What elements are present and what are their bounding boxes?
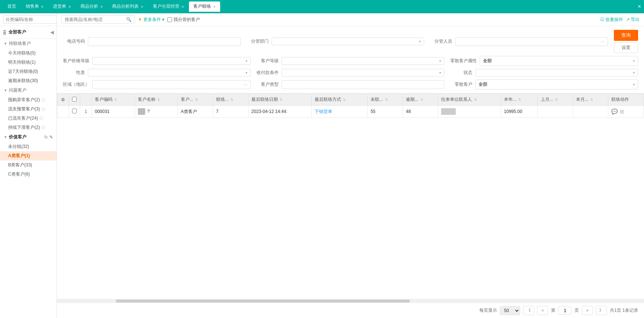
- sidebar-all-customers-header[interactable]: ⣿ 全部客户 ◀: [0, 26, 57, 39]
- export-btn[interactable]: ↗ 导出: [626, 17, 640, 23]
- col-settings[interactable]: ⚙: [57, 94, 69, 106]
- customer-grade-select[interactable]: ▾: [282, 57, 444, 65]
- col-contact-header[interactable]: 联络... ⇅: [213, 94, 248, 106]
- scrollbar-thumb[interactable]: [116, 300, 410, 303]
- col-company-contact-header[interactable]: 往来单位联系人 ⇅: [438, 94, 501, 106]
- customer-grade-label: 客户等级: [257, 58, 279, 64]
- tab-sales[interactable]: 销售单 ×: [21, 1, 48, 12]
- sidebar-item-hoarding[interactable]: 囤购异常客户(2) ⓘ: [0, 95, 57, 105]
- collapse-sidebar-icon[interactable]: ◀: [50, 30, 54, 35]
- search-input[interactable]: [65, 17, 126, 22]
- col-last-month-header[interactable]: 上月... ⇅: [537, 94, 573, 106]
- hoarding-label: 囤购异常客户(2): [8, 97, 40, 103]
- dept-select[interactable]: ▾: [272, 38, 425, 45]
- edit-icon[interactable]: ✎: [49, 135, 53, 140]
- row-name-cell: ？: [135, 106, 178, 118]
- chat-icon[interactable]: 💬: [611, 109, 618, 114]
- tab-home[interactable]: 首页: [3, 1, 21, 12]
- sidebar-item-7days[interactable]: 近7天待联络(0): [0, 67, 57, 76]
- sidebar-group-problem[interactable]: ▼ 问题客户: [0, 85, 57, 95]
- value-group-icons: ↻ ✎: [44, 135, 53, 140]
- sort-overdue-icon: ⇅: [421, 98, 423, 102]
- sidebar-item-ungroup[interactable]: 未分组(32): [0, 142, 57, 151]
- close-goods-analysis-tab[interactable]: ×: [100, 4, 103, 9]
- sidebar-item-a-class[interactable]: A类客户(1): [0, 151, 57, 160]
- page-number-input[interactable]: [558, 307, 572, 315]
- nature-select[interactable]: ▾: [88, 69, 251, 77]
- name-avatar: [138, 108, 145, 115]
- sidebar-item-churn-warning[interactable]: 流失预警客户(3) ⓘ: [0, 105, 57, 114]
- close-customer-segment-tab[interactable]: ×: [182, 4, 184, 9]
- col-overdue-header[interactable]: 逾期... ⇅: [403, 94, 438, 106]
- search-icon[interactable]: 🔍: [126, 17, 132, 22]
- horizontal-scrollbar[interactable]: [57, 299, 644, 303]
- refresh-icon[interactable]: ↻: [44, 135, 48, 140]
- sort-this-year-icon: ⇅: [518, 98, 521, 102]
- query-btn[interactable]: 查询: [614, 30, 638, 41]
- col-no-contact-header[interactable]: 未联... ⇅: [368, 94, 403, 106]
- batch-op-btn[interactable]: ☑ 批量操作: [600, 17, 623, 23]
- row-last-way-link[interactable]: 下销货单: [315, 109, 332, 114]
- close-goods-list-tab[interactable]: ×: [141, 4, 143, 9]
- close-purchase-tab[interactable]: ×: [68, 4, 71, 9]
- close-all-tabs[interactable]: ×: [638, 3, 641, 10]
- sidebar-item-churned[interactable]: 已流失客户(24) ⓘ: [0, 114, 57, 123]
- tab-customer-contact[interactable]: 客户联络 ×: [189, 1, 220, 12]
- first-page-btn[interactable]: 《: [523, 306, 534, 315]
- col-overdue-label: 逾期...: [406, 97, 418, 102]
- churned-label: 已流失客户(24): [8, 115, 38, 121]
- sidebar-group-pending[interactable]: ▼ 待联络客户: [0, 39, 57, 49]
- more-conditions-btn[interactable]: ▼ 更多条件 ▾: [138, 17, 164, 23]
- sidebar-item-c-class[interactable]: C类客户(6): [0, 170, 57, 179]
- advanced-filter: 电话号码 分管部门 ▾ 分管人员 ···: [57, 26, 644, 93]
- grid-icon: ⣿: [3, 30, 6, 35]
- sidebar-search-input[interactable]: [3, 15, 57, 24]
- phone-input[interactable]: [88, 37, 241, 46]
- col-this-month-header[interactable]: 本月... ⇅: [573, 94, 608, 106]
- retail-customer-select[interactable]: 全部 ▾: [475, 80, 638, 89]
- region-select[interactable]: ···: [92, 80, 251, 89]
- col-this-year-label: 本年...: [504, 97, 516, 102]
- col-last-way-header[interactable]: 最后联络方式 ⇅: [311, 94, 368, 106]
- col-action-header: 联络动作: [608, 94, 644, 106]
- sidebar-item-declining[interactable]: 持续下滑客户(2) ⓘ: [0, 123, 57, 132]
- sidebar-item-today[interactable]: 今天待联络(0): [0, 49, 57, 58]
- settings-btn[interactable]: 设置: [614, 42, 638, 53]
- close-customer-contact-tab[interactable]: ×: [213, 4, 215, 9]
- tab-goods-list[interactable]: 商品分析列表 ×: [108, 1, 147, 12]
- sidebar-group-value[interactable]: ▼ 价值客户 ↻ ✎: [0, 132, 57, 142]
- row-type: A类客户: [181, 109, 197, 114]
- tab-customer-segment[interactable]: 客户分层经营 ×: [149, 1, 188, 12]
- row-code-cell: 000031: [92, 106, 135, 118]
- payment-select[interactable]: ▾: [282, 69, 444, 77]
- my-customers-checkbox[interactable]: [167, 17, 172, 22]
- sidebar-item-b-class[interactable]: B类客户(33): [0, 160, 57, 170]
- top-tab-bar: 首页 销售单 × 进货单 × 商品分析 × 商品分析列表 × 客户分层经营 × …: [0, 0, 644, 13]
- col-last-date-header[interactable]: 最后联络日期 ⇅: [248, 94, 311, 106]
- next-page-btn[interactable]: ＞: [582, 306, 593, 315]
- price-grade-select[interactable]: ▾: [92, 57, 251, 65]
- retail-attr-select[interactable]: 全部 ▾: [480, 56, 638, 66]
- customer-type-input[interactable]: [282, 80, 444, 89]
- col-this-month-label: 本月...: [576, 97, 588, 102]
- status-select[interactable]: ▾: [475, 69, 638, 77]
- col-code-header[interactable]: 客户编码 ⇅: [92, 94, 135, 106]
- sidebar-item-overdue[interactable]: 逾期未联络(30): [0, 76, 57, 85]
- per-page-select[interactable]: 50 100 200: [500, 306, 520, 315]
- table-row: 1 000031 ？ A类客户: [57, 106, 644, 118]
- row-type-cell: A类客户: [178, 106, 213, 118]
- sidebar-item-tomorrow[interactable]: 明天待联络(1): [0, 58, 57, 67]
- tab-goods-analysis[interactable]: 商品分析 ×: [76, 1, 107, 12]
- main-content: 🔍 ▼ 更多条件 ▾ 我分管的客户 ☑ 批量操作: [57, 13, 644, 318]
- person-select[interactable]: ···: [455, 37, 608, 46]
- prev-page-btn[interactable]: ＜: [537, 306, 548, 315]
- close-sales-tab[interactable]: ×: [41, 4, 43, 9]
- col-name-header[interactable]: 客户名称 ⇅: [135, 94, 178, 106]
- col-this-year-header[interactable]: 本年... ⇅: [501, 94, 537, 106]
- row-checkbox[interactable]: [72, 109, 77, 113]
- grid-action-icon[interactable]: ⊞: [620, 109, 624, 114]
- select-all-checkbox[interactable]: [72, 97, 77, 102]
- last-page-btn[interactable]: 》: [596, 306, 607, 315]
- tab-purchase[interactable]: 进货单 ×: [49, 1, 75, 12]
- col-type-header[interactable]: 客户... ⇅: [178, 94, 213, 106]
